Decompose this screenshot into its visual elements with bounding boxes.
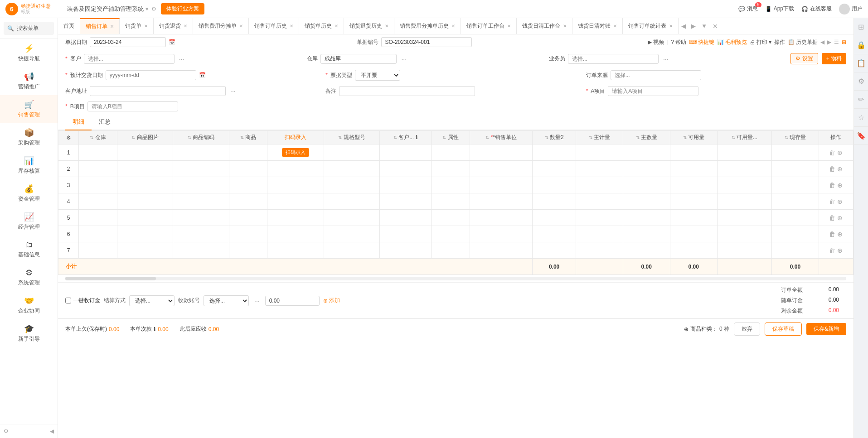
tab-close-sales-shipment[interactable]: ✕ xyxy=(144,24,148,29)
tab-close-expense-history[interactable]: ✕ xyxy=(451,24,455,29)
note-input[interactable] xyxy=(339,86,475,96)
tab-sales-order[interactable]: 销售订单 ✕ xyxy=(80,18,120,34)
operations-button[interactable]: 操作 xyxy=(774,39,785,46)
list-view-icon[interactable]: ☰ xyxy=(834,39,839,45)
sidebar-collapse-icon[interactable]: ◀ xyxy=(50,428,54,434)
sidebar-item-quick-nav[interactable]: ⚡ 快捷导航 xyxy=(0,39,58,67)
sidebar-item-enterprise[interactable]: 🤝 企业协同 xyxy=(0,291,58,319)
tab-return-history[interactable]: 销货退货历史 ✕ xyxy=(344,18,394,34)
ticket-type-select[interactable]: 不开票 xyxy=(355,70,400,81)
delivery-calendar-icon[interactable]: 📅 xyxy=(199,72,206,78)
profit-preview-button[interactable]: 📊 毛利预览 xyxy=(717,39,747,46)
payment-method-select[interactable]: 选择... xyxy=(129,295,175,306)
amount-input[interactable] xyxy=(265,296,320,306)
tab-close-sales-return[interactable]: ✕ xyxy=(184,24,187,29)
tab-summary[interactable]: 汇总 xyxy=(92,114,118,130)
grid-view-icon[interactable]: ⊞ xyxy=(842,39,846,45)
tab-home[interactable]: 首页 xyxy=(58,18,80,34)
dropdown-arrow-icon[interactable]: ▾ xyxy=(145,5,149,12)
solution-button[interactable]: 体验行业方案 xyxy=(161,3,204,14)
right-panel-btn4[interactable]: ⚙ xyxy=(854,72,868,91)
search-menu-button[interactable]: 🔍 搜索菜单 xyxy=(4,22,54,35)
tab-close-sales-stats[interactable]: ✕ xyxy=(669,24,673,29)
right-panel-btn3[interactable]: 📋 xyxy=(854,54,868,72)
delivery-date-input[interactable] xyxy=(106,70,196,80)
abandon-button[interactable]: 放弃 xyxy=(734,322,760,336)
row6-copy-icon[interactable]: ⊕ xyxy=(837,231,843,238)
message-button[interactable]: 💬 消息 9 xyxy=(738,5,758,13)
credit-info-icon[interactable]: ℹ xyxy=(154,326,156,332)
receipt-more-icon[interactable]: ··· xyxy=(252,297,262,304)
shortcut-button[interactable]: ⌨ 快捷键 xyxy=(689,39,714,46)
sidebar-settings-icon[interactable]: ⚙ xyxy=(4,428,9,434)
sidebar-item-purchase[interactable]: 📦 采购管理 xyxy=(0,123,58,151)
row7-copy-icon[interactable]: ⊕ xyxy=(837,247,843,254)
customer-input[interactable] xyxy=(84,54,175,64)
customer-more-icon[interactable]: ··· xyxy=(177,55,186,63)
tab-sales-expense[interactable]: 销售费用分摊单 ✕ xyxy=(193,18,249,34)
row1-unit[interactable] xyxy=(470,144,532,161)
b-project-input[interactable] xyxy=(87,101,178,111)
horizontal-scrollbar[interactable] xyxy=(65,277,846,280)
calendar-icon[interactable]: 📅 xyxy=(169,39,175,45)
tab-shipment-history[interactable]: 销货单历史 ✕ xyxy=(299,18,344,34)
tab-prev-button[interactable]: ◀ xyxy=(679,18,689,34)
sidebar-item-finance[interactable]: 💰 资金管理 xyxy=(0,179,58,207)
row5-copy-icon[interactable]: ⊕ xyxy=(837,214,843,221)
nav-next-icon[interactable]: ▶ xyxy=(827,39,831,45)
tab-sales-order-history[interactable]: 销售订单历史 ✕ xyxy=(249,18,299,34)
nav-prev-icon[interactable]: ◀ xyxy=(820,39,824,45)
right-panel-btn2[interactable]: 🔒 xyxy=(854,36,868,54)
history-button[interactable]: 📋 历史单据 xyxy=(788,39,818,46)
tab-close-daily-reconcile[interactable]: ✕ xyxy=(613,24,617,29)
tab-menu-button[interactable]: ▼ xyxy=(698,18,710,34)
save-draft-button[interactable]: 保存草稿 xyxy=(765,322,802,336)
save-new-button[interactable]: 保存&新增 xyxy=(806,323,846,335)
order-no-input[interactable] xyxy=(381,37,472,47)
addr-more-icon[interactable]: ··· xyxy=(228,87,238,95)
tab-expense-history[interactable]: 销售费用分摊单历史 ✕ xyxy=(394,18,461,34)
row1-customer-code[interactable] xyxy=(380,144,432,161)
row3-copy-icon[interactable]: ⊕ xyxy=(837,182,843,189)
row1-attr[interactable] xyxy=(432,144,470,161)
tab-close-order-history[interactable]: ✕ xyxy=(290,24,293,29)
row1-warehouse[interactable] xyxy=(79,144,117,161)
row4-delete-icon[interactable]: 🗑 xyxy=(829,198,835,205)
tab-detail[interactable]: 明细 xyxy=(65,114,92,130)
right-panel-btn7[interactable]: 🔖 xyxy=(854,127,868,145)
app-download-button[interactable]: 📱 App下载 xyxy=(765,5,794,13)
row6-delete-icon[interactable]: 🗑 xyxy=(829,231,835,238)
warehouse-more-icon[interactable]: ··· xyxy=(399,55,408,63)
right-panel-btn1[interactable]: ⊞ xyxy=(854,18,868,36)
row1-qty2[interactable] xyxy=(533,144,576,161)
tab-sales-return[interactable]: 销货退货 ✕ xyxy=(154,18,193,34)
tab-daily-workbench[interactable]: 钱货日清工作台 ✕ xyxy=(517,18,572,34)
row1-product[interactable] xyxy=(229,144,267,161)
tab-daily-reconcile[interactable]: 钱货日清对账 ✕ xyxy=(572,18,623,34)
tab-close-daily-workbench[interactable]: ✕ xyxy=(563,24,567,29)
sidebar-item-guide[interactable]: 🎓 新手引导 xyxy=(0,319,58,347)
row2-delete-icon[interactable]: 🗑 xyxy=(829,165,835,173)
print-button[interactable]: 🖨 打印 ▾ xyxy=(750,39,771,46)
tab-close-return-history[interactable]: ✕ xyxy=(385,24,388,29)
tab-sales-stats[interactable]: 销售订单统计表 ✕ xyxy=(623,18,679,34)
right-panel-btn5[interactable]: ✏ xyxy=(854,91,868,109)
tab-close-sales-expense[interactable]: ✕ xyxy=(239,24,243,29)
sidebar-item-sales[interactable]: 🛒 销售管理 xyxy=(0,95,58,123)
row2-warehouse[interactable] xyxy=(79,161,117,177)
sidebar-item-system[interactable]: ⚙ 系统管理 xyxy=(0,263,58,291)
warehouse-input[interactable] xyxy=(320,54,397,64)
help-button[interactable]: ? 帮助 xyxy=(671,39,686,46)
tab-close-shipment-history[interactable]: ✕ xyxy=(335,24,338,29)
row2-copy-icon[interactable]: ⊕ xyxy=(837,165,843,173)
customer-addr-input[interactable] xyxy=(90,86,226,96)
sidebar-item-operations[interactable]: 📈 经营管理 xyxy=(0,207,58,236)
row1-copy-icon[interactable]: ⊕ xyxy=(837,149,843,156)
row5-delete-icon[interactable]: 🗑 xyxy=(829,214,835,221)
row1-spec[interactable] xyxy=(324,144,379,161)
row4-copy-icon[interactable]: ⊕ xyxy=(837,198,843,205)
sidebar-item-base[interactable]: 🗂 基础信息 xyxy=(0,236,58,263)
user-menu[interactable]: 用户 xyxy=(839,4,863,14)
print-dropdown-icon[interactable]: ▾ xyxy=(769,39,771,45)
a-project-input[interactable] xyxy=(608,86,698,96)
